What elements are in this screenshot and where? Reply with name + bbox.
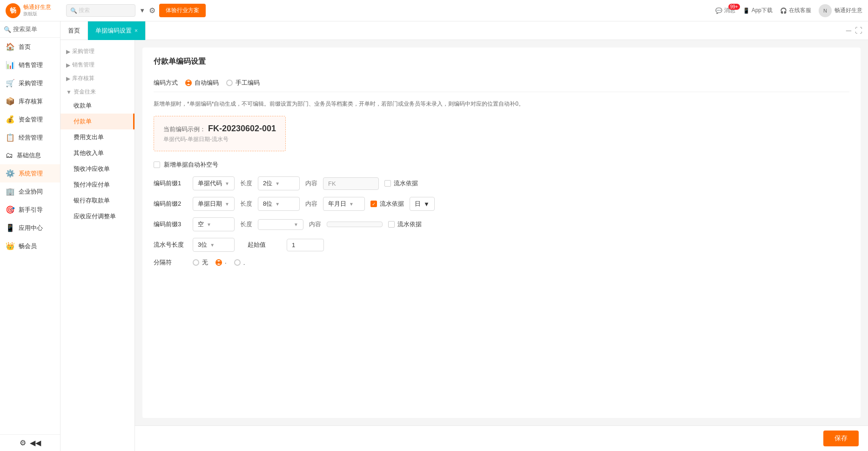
collapse-icon[interactable]: ◀◀ [30, 438, 41, 447]
sub-menu-group-purchase[interactable]: ▶ 采购管理 [61, 44, 135, 57]
prefix2-select[interactable]: 单据日期 ▼ [193, 197, 235, 211]
preview-code-value: FK-20230602-001 [208, 124, 276, 133]
messages-btn[interactable]: 💬 消息 99+ [715, 7, 735, 14]
online-service-btn[interactable]: 🎧 在线客服 [780, 7, 811, 14]
watermark2-checkbox[interactable]: ✓ [370, 201, 377, 207]
length2-select[interactable]: 8位 ▼ [258, 197, 300, 211]
app-download-btn[interactable]: 📱 App下载 [743, 7, 773, 14]
sub-menu-advance-receivable-label: 预收冲应收单 [74, 165, 110, 173]
coding-method-row: 编码方式 自动编码 手工编码 [154, 74, 849, 92]
start-value-input[interactable]: 1 [287, 239, 324, 251]
sep-dot2-label: . [243, 259, 245, 266]
sub-menu-bank-deposit[interactable]: 银行存取款单 [61, 193, 135, 209]
sidebar-item-sales[interactable]: 📊 销售管理 [0, 56, 60, 74]
sales-icon: 📊 [6, 61, 15, 69]
sidebar-label-home: 首页 [19, 43, 31, 51]
guide-icon: 🎯 [6, 205, 15, 214]
radio-manual-code[interactable]: 手工编码 [226, 79, 260, 87]
sep-none[interactable]: 无 [193, 258, 208, 267]
watermark3-checkbox[interactable] [388, 221, 395, 228]
user-info[interactable]: N 畅通好生意 [819, 4, 862, 17]
prefix3-value: 空 [198, 220, 204, 229]
sidebar-search[interactable]: 🔍 搜索菜单 [0, 21, 60, 38]
sub-menu-group-sales[interactable]: ▶ 销售管理 [61, 57, 135, 71]
sidebar-item-appstore[interactable]: 📱 应用中心 [0, 219, 60, 237]
tab-home[interactable]: 首页 [61, 21, 88, 40]
radio-auto-checked [185, 80, 192, 86]
serial-length-select[interactable]: 3位 ▼ [193, 238, 235, 252]
sep-none-label: 无 [202, 258, 208, 267]
prefix3-chevron-icon: ▼ [207, 222, 211, 227]
system-icon: ⚙️ [6, 169, 15, 178]
content2-select[interactable]: 年月日 ▼ [323, 197, 365, 211]
save-button[interactable]: 保存 [823, 431, 859, 446]
sep-dot1[interactable]: · [215, 259, 227, 266]
tab-actions: ─ ⛶ [841, 27, 868, 35]
sep-dot2[interactable]: . [234, 259, 245, 266]
sub-menu-receipt[interactable]: 收款单 [61, 98, 135, 114]
chevron-right-icon: ▶ [66, 48, 70, 55]
watermark2-day-select[interactable]: 日 ▼ [410, 197, 435, 211]
length1-label: 长度 [240, 179, 252, 188]
logo-text-block: 畅通好生意 旗舰版 [23, 4, 51, 18]
sub-menu-advance-payable[interactable]: 预付冲应付单 [61, 177, 135, 193]
sidebar-item-basic[interactable]: 🗂 基础信息 [0, 147, 60, 164]
sidebar-item-capital[interactable]: 💰 资金管理 [0, 110, 60, 128]
form-row-serial: 流水号长度 3位 ▼ 起始值 1 [154, 238, 849, 252]
watermark2-checkbox-row[interactable]: ✓ 流水依据 [370, 200, 404, 208]
search-placeholder: 搜索 [79, 7, 90, 14]
sub-menu-group-capital[interactable]: ▼ 资金往来 [61, 84, 135, 98]
sub-menu-payment[interactable]: 付款单 [61, 114, 135, 129]
watermark3-checkbox-row[interactable]: 流水依据 [388, 220, 422, 229]
watermark3-label: 流水依据 [397, 220, 422, 229]
tab-close-icon[interactable]: × [135, 27, 138, 34]
radio-auto-code[interactable]: 自动编码 [185, 79, 219, 87]
preview-desc: 单据代码-单据日期-流水号 [163, 135, 276, 143]
sidebar-item-inventory[interactable]: 📦 库存核算 [0, 92, 60, 110]
prefix1-select[interactable]: 单据代码 ▼ [193, 176, 235, 190]
chevron-right-icon-inventory: ▶ [66, 75, 70, 82]
sidebar-item-purchase[interactable]: 🛒 采购管理 [0, 74, 60, 92]
sidebar-item-company[interactable]: 🏢 企业协同 [0, 182, 60, 201]
tab-bar: 首页 单据编码设置 × ─ ⛶ [61, 21, 868, 40]
sidebar-item-guide[interactable]: 🎯 新手引导 [0, 201, 60, 219]
watermark1-checkbox-row[interactable]: 流水依据 [384, 179, 418, 188]
sub-menu-group-inventory[interactable]: ▶ 库存核算 [61, 71, 135, 84]
avatar: N [819, 4, 832, 17]
length2-label: 长度 [240, 200, 252, 208]
length3-select[interactable]: ▼ [258, 219, 303, 230]
trial-btn[interactable]: 体验行业方案 [159, 4, 206, 17]
tab-minimize-icon[interactable]: ─ [846, 27, 851, 35]
sub-menu-other-income-label: 其他收入单 [74, 149, 104, 157]
sub-menu-other-income[interactable]: 其他收入单 [61, 145, 135, 161]
purchase-icon: 🛒 [6, 79, 15, 88]
prefix3-select[interactable]: 空 ▼ [193, 217, 235, 231]
sub-menu-advance-receivable[interactable]: 预收冲应收单 [61, 161, 135, 177]
logo-text: 畅通好生意 [23, 4, 51, 11]
length1-select[interactable]: 2位 ▼ [258, 176, 300, 190]
dropdown-arrow-icon[interactable]: ▼ [139, 7, 145, 14]
sidebar-item-member[interactable]: 👑 畅会员 [0, 237, 60, 255]
settings-icon[interactable]: ⚙ [149, 6, 155, 15]
settings-bottom-icon[interactable]: ⚙ [20, 438, 26, 447]
sub-menu-capital-label: 资金往来 [74, 88, 96, 96]
capital-icon: 💰 [6, 115, 15, 124]
sidebar-item-system[interactable]: ⚙️ 系统管理 [0, 164, 60, 182]
main-area: 首页 单据编码设置 × ─ ⛶ ▶ 采购管理 ▶ 销售管理 [61, 21, 868, 451]
sub-menu-expense[interactable]: 费用支出单 [61, 129, 135, 145]
tab-encoding-settings[interactable]: 单据编码设置 × [88, 21, 146, 40]
auto-fill-checkbox[interactable] [154, 162, 160, 168]
appstore-icon: 📱 [6, 223, 15, 232]
content-area: ▶ 采购管理 ▶ 销售管理 ▶ 库存核算 ▼ 资金往来 收款单 [61, 40, 868, 451]
start-value: 1 [292, 242, 295, 249]
sidebar-item-home[interactable]: 🏠 首页 [0, 38, 60, 56]
preview-box: 当前编码示例： FK-20230602-001 单据代码-单据日期-流水号 [154, 116, 286, 151]
watermark1-label: 流水依据 [394, 179, 418, 188]
prefix1-chevron-icon: ▼ [225, 181, 229, 186]
sidebar-item-operations[interactable]: 📋 经营管理 [0, 128, 60, 147]
sub-menu-adjustment[interactable]: 应收应付调整单 [61, 209, 135, 224]
watermark1-checkbox[interactable] [384, 180, 391, 187]
header-search-input[interactable]: 🔍 搜索 [66, 4, 135, 17]
chevron-down-icon-capital: ▼ [66, 89, 72, 95]
tab-expand-icon[interactable]: ⛶ [855, 27, 862, 35]
